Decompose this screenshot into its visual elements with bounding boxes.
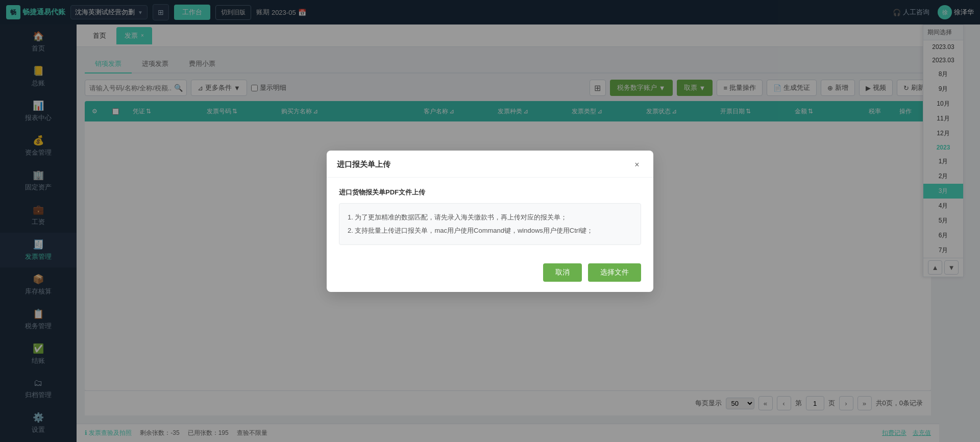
dialog-info-box: 1. 为了更加精准的数据匹配，请先录入海关缴款书，再上传对应的报关单； 2. 支… bbox=[339, 203, 641, 245]
dialog-header: 进口报关单上传 × bbox=[327, 151, 653, 178]
dialog-section-title: 进口货物报关单PDF文件上传 bbox=[339, 188, 641, 197]
dialog-close-button[interactable]: × bbox=[631, 159, 643, 171]
dialog-info-item-1: 1. 为了更加精准的数据匹配，请先录入海关缴款书，再上传对应的报关单； bbox=[348, 211, 632, 224]
dialog-select-file-button[interactable]: 选择文件 bbox=[588, 263, 641, 282]
dialog-cancel-button[interactable]: 取消 bbox=[543, 263, 582, 282]
dialog-body: 进口货物报关单PDF文件上传 1. 为了更加精准的数据匹配，请先录入海关缴款书，… bbox=[327, 178, 653, 255]
dialog-title: 进口报关单上传 bbox=[337, 160, 390, 169]
dialog-overlay[interactable]: 进口报关单上传 × 进口货物报关单PDF文件上传 1. 为了更加精准的数据匹配，… bbox=[0, 0, 980, 442]
dialog-footer: 取消 选择文件 bbox=[327, 255, 653, 292]
import-customs-dialog: 进口报关单上传 × 进口货物报关单PDF文件上传 1. 为了更加精准的数据匹配，… bbox=[327, 151, 653, 292]
dialog-info-item-2: 2. 支持批量上传进口报关单，mac用户使用Command键，windows用户… bbox=[348, 224, 632, 237]
